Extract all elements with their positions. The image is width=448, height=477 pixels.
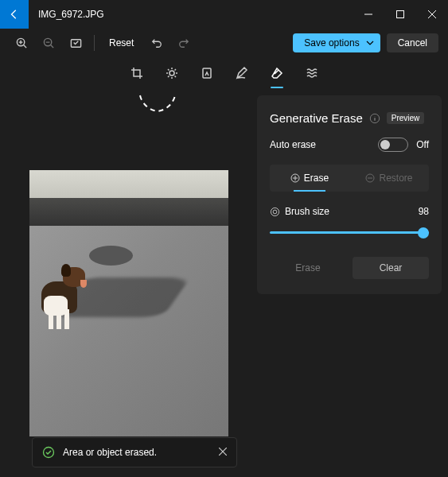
filter-icon — [201, 67, 213, 80]
minimize-icon — [364, 10, 372, 18]
preview-badge: Preview — [387, 112, 425, 124]
tab-background[interactable] — [304, 60, 320, 86]
auto-erase-toggle[interactable] — [378, 138, 408, 152]
zoom-in-button[interactable] — [10, 32, 33, 54]
subtract-circle-icon — [365, 173, 375, 183]
clear-button[interactable]: Clear — [353, 257, 429, 279]
brush-cursor-indicator — [135, 89, 180, 121]
zoom-in-icon — [16, 37, 28, 49]
save-options-button[interactable]: Save options — [293, 33, 380, 52]
brush-size-value: 98 — [419, 206, 429, 217]
erase-tab-label: Erase — [304, 173, 329, 184]
save-label: Save options — [304, 37, 359, 48]
toggle-state-label: Off — [416, 139, 429, 150]
fit-icon — [70, 37, 82, 49]
maximize-button[interactable] — [384, 0, 416, 29]
add-circle-icon — [290, 173, 300, 183]
erase-button[interactable]: Erase — [270, 257, 346, 279]
fit-button[interactable] — [64, 32, 88, 54]
erase-mode-tab[interactable]: Erase — [270, 165, 349, 192]
toast-notification: Area or object erased. — [32, 437, 237, 467]
close-icon — [428, 10, 436, 18]
svg-point-10 — [273, 210, 277, 214]
close-icon — [219, 448, 227, 456]
brush-size-slider[interactable] — [270, 225, 429, 241]
info-icon[interactable] — [369, 113, 380, 124]
crop-icon — [131, 67, 143, 80]
close-button[interactable] — [416, 0, 448, 29]
target-icon — [270, 207, 280, 217]
toolbar-divider — [94, 35, 95, 51]
tab-markup[interactable] — [234, 60, 250, 86]
cancel-button[interactable]: Cancel — [387, 33, 438, 52]
tab-filter[interactable] — [199, 60, 215, 86]
auto-erase-label: Auto erase — [270, 139, 316, 150]
pen-icon — [236, 67, 248, 80]
brush-size-label: Brush size — [285, 206, 329, 217]
tab-adjust[interactable] — [164, 60, 180, 86]
svg-rect-0 — [397, 11, 404, 18]
minimize-button[interactable] — [353, 0, 384, 29]
eraser-icon — [271, 67, 283, 80]
maximize-icon — [396, 10, 404, 18]
restore-mode-tab[interactable]: Restore — [349, 165, 429, 192]
generative-erase-panel: Generative Erase Preview Auto erase Off … — [257, 95, 442, 294]
arrow-left-icon — [9, 9, 20, 20]
file-title: IMG_6972.JPG — [38, 9, 104, 20]
restore-tab-label: Restore — [379, 173, 412, 184]
tab-erase[interactable] — [269, 60, 285, 86]
image-preview[interactable] — [29, 170, 228, 436]
tab-crop[interactable] — [129, 60, 145, 86]
svg-point-9 — [271, 207, 279, 215]
back-button[interactable] — [0, 0, 29, 29]
redo-icon — [178, 37, 189, 48]
canvas-area[interactable] — [0, 89, 257, 477]
redo-button[interactable] — [172, 32, 196, 54]
background-icon — [306, 67, 318, 80]
panel-title: Generative Erase — [270, 111, 363, 125]
zoom-out-icon — [43, 37, 55, 49]
undo-icon — [151, 37, 162, 48]
zoom-out-button[interactable] — [37, 32, 60, 54]
brightness-icon — [166, 67, 178, 80]
svg-point-4 — [169, 71, 174, 76]
chevron-down-icon — [366, 39, 374, 47]
success-check-icon — [42, 446, 55, 459]
reset-button[interactable]: Reset — [101, 33, 142, 52]
toast-close-button[interactable] — [219, 447, 227, 458]
undo-button[interactable] — [145, 32, 169, 54]
toast-message: Area or object erased. — [63, 447, 157, 458]
